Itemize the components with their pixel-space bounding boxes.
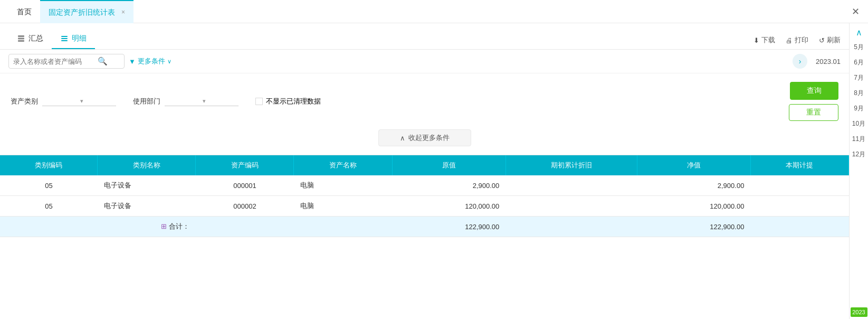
- layers-icon: [17, 34, 25, 43]
- print-label: 打印: [795, 35, 808, 45]
- sidebar-month-5[interactable]: 5月: [850, 40, 868, 55]
- collapse-up-icon: ∧: [400, 134, 405, 142]
- department-label: 使用部门: [133, 97, 160, 106]
- chevron-down-icon: ∨: [167, 58, 171, 65]
- col-current-depreciation: 本期计提: [750, 155, 848, 175]
- col-category-code: 类别编码: [0, 155, 98, 175]
- sidebar-month-9[interactable]: 9月: [850, 101, 868, 116]
- cell-asset-code: 000002: [196, 196, 294, 217]
- svg-rect-5: [61, 40, 68, 41]
- chevron-right-icon: ›: [799, 57, 802, 65]
- year-badge[interactable]: 2023: [851, 307, 867, 317]
- cell-net-value: 2,900.00: [637, 175, 750, 196]
- col-category-name: 类别名称: [98, 155, 196, 175]
- subtotal-original-value: 122,900.00: [392, 217, 505, 237]
- col-net-value: 净值: [637, 155, 750, 175]
- cell-category-name: 电子设备: [98, 196, 196, 217]
- collapse-more-button[interactable]: ∧ 收起更多条件: [378, 129, 471, 146]
- filter-icon: ▼: [129, 58, 136, 65]
- hide-cleared-checkbox-item[interactable]: 不显示已清理数据: [255, 97, 321, 106]
- sidebar-month-7[interactable]: 7月: [850, 70, 868, 86]
- cell-category-code: 05: [0, 175, 98, 196]
- asset-category-select[interactable]: ▾: [42, 97, 116, 106]
- sidebar-month-8[interactable]: 8月: [850, 86, 868, 101]
- active-tab[interactable]: 固定资产折旧统计表 ×: [40, 0, 133, 23]
- main-content: 汇总 明细 ⬇ 下载 🖨 打印: [0, 23, 868, 319]
- cell-current-depreciation: [750, 175, 848, 196]
- tab-summary[interactable]: 汇总: [8, 29, 52, 49]
- list-icon: [60, 34, 69, 43]
- sidebar-month-11[interactable]: 11月: [850, 132, 868, 147]
- filter-area: 资产类别 ▾ 使用部门 ▾ 不显示已清理数据: [0, 73, 849, 155]
- subtotal-label: ⊞合计：: [0, 217, 196, 237]
- sidebar-month-12[interactable]: 12月: [850, 147, 868, 162]
- search-input-wrap[interactable]: 🔍: [8, 54, 125, 69]
- svg-rect-0: [18, 35, 24, 37]
- sidebar-scroll-up[interactable]: ∧: [856, 25, 862, 40]
- download-icon: ⬇: [753, 36, 759, 44]
- asset-category-filter: 资产类别 ▾: [11, 97, 116, 106]
- cell-asset-code: 000001: [196, 175, 294, 196]
- print-icon: 🖨: [786, 36, 793, 44]
- subtotal-accumulated-depreciation: [505, 217, 637, 237]
- cell-accumulated-depreciation: [505, 175, 637, 196]
- download-button[interactable]: ⬇ 下载: [753, 35, 775, 45]
- svg-rect-1: [18, 38, 24, 40]
- sub-tabs: 汇总 明细 ⬇ 下载 🖨 打印: [0, 23, 849, 50]
- subtotal-asset-code: [196, 217, 294, 237]
- data-table-wrap: 类别编码 类别名称 资产编码 资产名称 原值 期初累计折旧 净值 本期计提 05…: [0, 155, 849, 319]
- more-conditions-label: 更多条件: [138, 57, 165, 66]
- refresh-button[interactable]: ↺ 刷新: [819, 35, 841, 45]
- table-row: 05 电子设备 000002 电脑 120,000.00 120,000.00: [0, 196, 849, 217]
- home-tab[interactable]: 首页: [8, 0, 40, 23]
- refresh-label: 刷新: [827, 35, 841, 45]
- window-close-button[interactable]: ✕: [852, 0, 860, 23]
- collapse-right-button[interactable]: ›: [793, 54, 807, 69]
- more-conditions-button[interactable]: ▼ 更多条件 ∨: [129, 57, 171, 66]
- cell-asset-name: 电脑: [294, 175, 392, 196]
- subtotal-current-depreciation: [750, 217, 848, 237]
- collapse-more-label: 收起更多条件: [408, 133, 450, 143]
- cell-original-value: 120,000.00: [392, 196, 505, 217]
- hide-cleared-label: 不显示已清理数据: [266, 97, 321, 106]
- toolbar-right: ⬇ 下载 🖨 打印 ↺ 刷新: [753, 35, 841, 49]
- reset-button[interactable]: 重置: [789, 104, 838, 121]
- department-select[interactable]: ▾: [165, 97, 239, 106]
- query-button[interactable]: 查询: [790, 82, 838, 100]
- cell-category-name: 电子设备: [98, 175, 196, 196]
- subtotal-asset-name: [294, 217, 392, 237]
- hide-cleared-checkbox[interactable]: [255, 98, 263, 105]
- cell-asset-name: 电脑: [294, 196, 392, 217]
- col-accumulated-depreciation: 期初累计折旧: [505, 155, 637, 175]
- top-nav: 首页 固定资产折旧统计表 × ✕: [0, 0, 868, 23]
- asset-category-arrow-icon: ▾: [80, 98, 114, 105]
- sidebar-month-6[interactable]: 6月: [850, 55, 868, 70]
- cell-current-depreciation: [750, 196, 848, 217]
- right-sidebar: ∧ 5月 6月 7月 8月 9月 10月 11月 12月 2023: [849, 23, 868, 319]
- tab-close-icon[interactable]: ×: [121, 1, 125, 24]
- sidebar-month-10[interactable]: 10月: [850, 116, 868, 132]
- col-original-value: 原值: [392, 155, 505, 175]
- filter-row: 资产类别 ▾ 使用部门 ▾ 不显示已清理数据: [11, 82, 838, 121]
- tab-detail-label: 明细: [72, 34, 87, 43]
- search-icon: 🔍: [98, 57, 108, 66]
- asset-category-label: 资产类别: [11, 97, 38, 106]
- cell-accumulated-depreciation: [505, 196, 637, 217]
- subtotal-net-value: 122,900.00: [637, 217, 750, 237]
- department-arrow-icon: ▾: [203, 98, 236, 105]
- download-label: 下载: [761, 35, 775, 45]
- search-input[interactable]: [13, 58, 98, 65]
- svg-rect-3: [61, 36, 68, 37]
- refresh-icon: ↺: [819, 36, 825, 44]
- subtotal-row: ⊞合计： 122,900.00 122,900.00: [0, 217, 849, 237]
- table-header-row: 类别编码 类别名称 资产编码 资产名称 原值 期初累计折旧 净值 本期计提: [0, 155, 849, 175]
- print-button[interactable]: 🖨 打印: [786, 35, 808, 45]
- active-tab-label: 固定资产折旧统计表: [49, 1, 115, 24]
- department-filter: 使用部门 ▾: [133, 97, 239, 106]
- table-row: 05 电子设备 000001 电脑 2,900.00 2,900.00: [0, 175, 849, 196]
- svg-rect-2: [18, 40, 24, 42]
- filter-buttons: 查询 重置: [789, 82, 838, 121]
- tab-summary-label: 汇总: [28, 34, 43, 43]
- cell-category-code: 05: [0, 196, 98, 217]
- tab-detail[interactable]: 明细: [52, 29, 95, 49]
